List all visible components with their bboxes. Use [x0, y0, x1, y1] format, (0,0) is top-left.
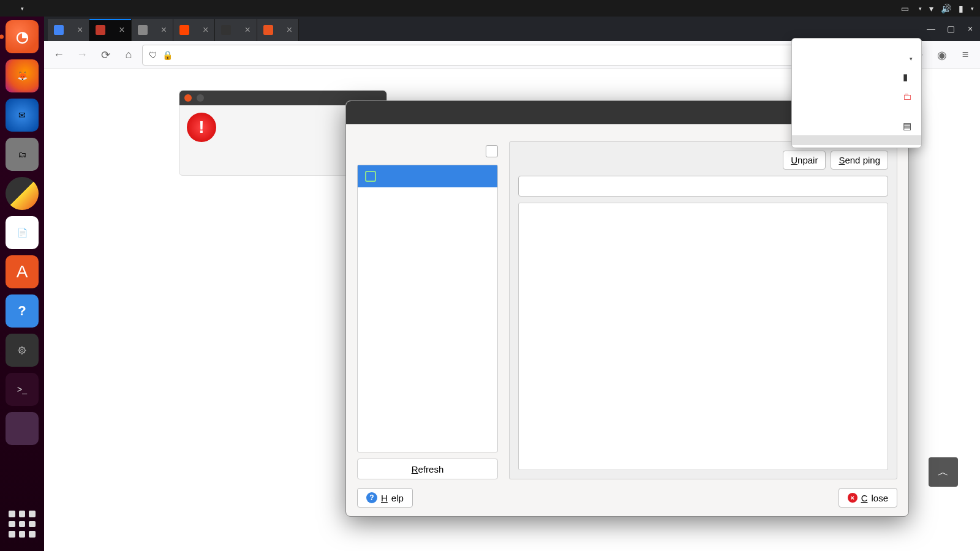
tray-ring[interactable] [792, 106, 921, 116]
language-indicator[interactable]: ▾ [916, 6, 922, 12]
tray-kdeconnect-icon[interactable]: ▭ [901, 4, 909, 13]
help-icon: ? [366, 492, 377, 503]
close-icon[interactable]: × [244, 24, 250, 36]
battery-icon[interactable]: ▮ [959, 4, 963, 13]
unpair-button[interactable]: Unpair [783, 151, 826, 170]
browser-tab[interactable]: × [173, 19, 215, 41]
dock: ◔ 🦊 ✉ 🗂 📄 A ? ۞ >_ [0, 17, 44, 551]
nav-forward[interactable]: → [72, 45, 92, 65]
tray-browse[interactable]: 🗀 [792, 86, 921, 106]
send-ping-button[interactable]: Send ping [831, 151, 888, 170]
volume-icon[interactable]: 🔊 [941, 4, 951, 13]
help-button[interactable]: ?Help [357, 488, 413, 508]
tray-menu: ▾ ▮ 🗀 ▤ [791, 38, 922, 148]
desktop: × × × × × × — ▢ × ← → ⟳ ⌂ 🛡 🔒 ▭ ⋯ ⊪ [44, 17, 980, 551]
dock-libreoffice[interactable]: 📄 [6, 216, 39, 249]
browser-tab[interactable]: × [215, 19, 257, 41]
tray-send-file[interactable]: ▤ [792, 116, 921, 135]
plugin-panel: Unpair Send ping [509, 141, 897, 479]
close-icon[interactable]: × [119, 24, 124, 36]
window-close[interactable]: × [965, 24, 975, 34]
battery-icon: ▮ [903, 72, 913, 81]
device-sidebar: Refresh [357, 141, 498, 479]
tab-strip: × × × × × × — ▢ × [44, 17, 980, 41]
wifi-icon[interactable]: ▾ [929, 4, 933, 13]
browser-tab[interactable]: × [132, 19, 173, 41]
account-icon[interactable]: ◉ [932, 45, 952, 65]
hamburger-icon[interactable]: ≡ [956, 45, 975, 65]
plugin-search-input[interactable] [518, 176, 888, 197]
file-icon: ▤ [903, 121, 913, 130]
dock-rhythmbox[interactable] [6, 177, 39, 210]
system-menu-toggle[interactable]: ▾ [971, 6, 974, 12]
kdeconnect-dialog: Refresh Unpair Send ping ?Help ×Close [345, 100, 909, 517]
dock-thunderbird[interactable]: ✉ [6, 99, 39, 132]
close-icon[interactable]: × [287, 24, 292, 36]
lock-icon: 🔒 [162, 50, 173, 60]
gnome-topbar: ▾ ▭ ▾ ▾ 🔊 ▮ ▾ [0, 0, 980, 17]
close-icon[interactable]: × [77, 24, 83, 36]
folder-icon: 🗀 [903, 91, 913, 101]
browser-tab[interactable]: × [48, 19, 89, 41]
warning-icon: ! [187, 113, 216, 142]
app-menu[interactable]: ▾ [18, 6, 24, 12]
dock-software[interactable]: A [6, 255, 39, 288]
browser-tab[interactable]: × [89, 19, 131, 41]
scroll-to-top-button[interactable]: ︿ [929, 457, 958, 487]
dock-show-apps[interactable] [6, 508, 38, 540]
browser-tab[interactable]: × [257, 19, 299, 41]
nav-back[interactable]: ← [49, 45, 69, 65]
dock-filemanager[interactable]: 🗂 [6, 138, 39, 171]
dock-help[interactable]: ? [6, 294, 39, 328]
dock-files[interactable]: ◔ [6, 20, 39, 53]
tray-sms[interactable] [792, 135, 921, 145]
refresh-button[interactable]: Refresh [357, 459, 498, 479]
close-icon: × [848, 493, 858, 503]
plugin-list[interactable] [518, 203, 888, 470]
tray-battery: ▮ [792, 67, 921, 86]
device-item[interactable] [358, 165, 497, 187]
dock-running[interactable] [6, 412, 39, 445]
close-button[interactable]: ×Close [839, 488, 897, 508]
close-icon[interactable]: × [161, 24, 167, 36]
dock-firefox[interactable]: 🦊 [6, 59, 39, 92]
dock-terminal[interactable]: >_ [6, 373, 39, 406]
tray-device-select[interactable]: ▾ [792, 51, 921, 67]
tray-configure[interactable] [792, 41, 921, 51]
device-list [357, 165, 498, 452]
nav-home[interactable]: ⌂ [119, 45, 138, 65]
window-minimize[interactable]: — [926, 24, 936, 34]
close-icon[interactable]: × [203, 24, 208, 36]
nav-reload[interactable]: ⟳ [96, 45, 115, 65]
phone-icon [365, 171, 376, 182]
host-checkbox[interactable] [486, 145, 498, 157]
shield-icon: 🛡 [149, 50, 157, 60]
dock-kdeconnect[interactable]: ۞ [6, 334, 39, 367]
window-maximize[interactable]: ▢ [946, 24, 956, 34]
